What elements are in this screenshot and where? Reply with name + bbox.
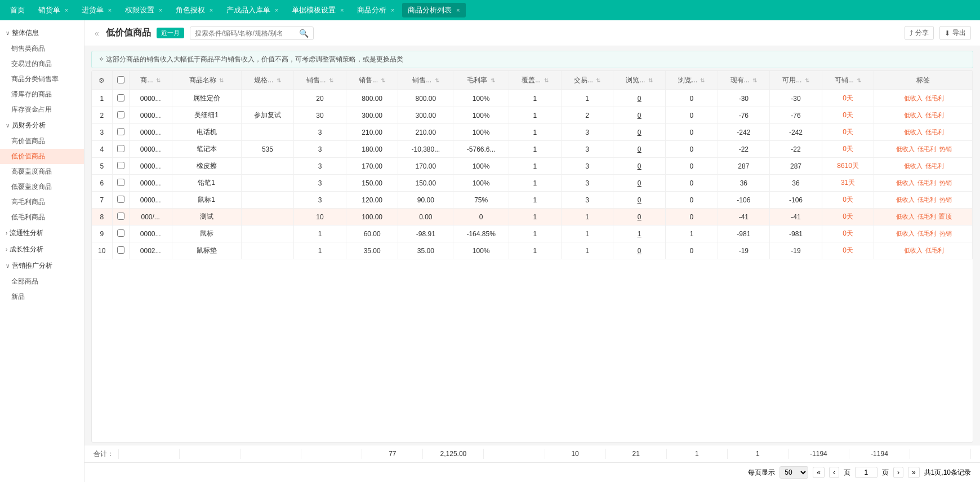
close-template-icon[interactable]: × bbox=[340, 7, 344, 14]
sidebar-item-new-products[interactable]: 新品 bbox=[0, 289, 84, 304]
row-checkbox[interactable] bbox=[117, 128, 124, 135]
nav-roles[interactable]: 角色授权 × bbox=[170, 3, 219, 17]
page-size-select[interactable]: 50 100 bbox=[779, 466, 808, 479]
col-spec[interactable]: 规格... ⇅ bbox=[241, 71, 294, 90]
sidebar-item-low-value[interactable]: 低价值商品 bbox=[0, 149, 84, 164]
row-checkbox[interactable] bbox=[117, 145, 124, 152]
browse-link[interactable]: 0 bbox=[638, 95, 642, 103]
col-sale1[interactable]: 销售... ⇅ bbox=[294, 71, 346, 90]
cell-browse1[interactable]: 0 bbox=[613, 192, 666, 209]
col-gross[interactable]: 毛利率 ⇅ bbox=[453, 71, 509, 90]
nav-purchase[interactable]: 进货单 × bbox=[76, 3, 117, 17]
nav-products-inbound[interactable]: 产成品入库单 × bbox=[221, 3, 284, 17]
sidebar-item-traded[interactable]: 交易过的商品 bbox=[0, 56, 84, 72]
cell-trade: 1 bbox=[561, 225, 613, 242]
cell-browse1[interactable]: 0 bbox=[613, 124, 666, 141]
col-available[interactable]: 可用... ⇅ bbox=[770, 71, 822, 90]
export-button[interactable]: ⬇ 导出 bbox=[939, 26, 971, 40]
next-page-button[interactable]: › bbox=[893, 467, 903, 478]
sidebar-collapse-button[interactable]: « bbox=[93, 28, 100, 39]
sidebar-item-high-margin[interactable]: 高毛利商品 bbox=[0, 194, 84, 210]
prev-page-button[interactable]: ‹ bbox=[829, 467, 839, 478]
col-code[interactable]: 商... ⇅ bbox=[129, 71, 172, 90]
close-permissions-icon[interactable]: × bbox=[159, 7, 162, 14]
col-trade[interactable]: 交易... ⇅ bbox=[561, 71, 613, 90]
row-checkbox[interactable] bbox=[117, 229, 124, 237]
col-saleable[interactable]: 可销... ⇅ bbox=[822, 71, 874, 90]
nav-analysis[interactable]: 商品分析 × bbox=[351, 3, 400, 17]
cell-browse1[interactable]: 0 bbox=[613, 90, 666, 107]
row-checkbox[interactable] bbox=[117, 196, 124, 203]
section-overall[interactable]: ∨ 整体信息 bbox=[0, 25, 84, 41]
cell-browse1[interactable]: 1 bbox=[613, 225, 666, 242]
col-browse1[interactable]: 浏览... ⇅ bbox=[613, 71, 666, 90]
browse-link[interactable]: 0 bbox=[638, 247, 642, 255]
row-checkbox[interactable] bbox=[117, 246, 124, 254]
col-checkbox bbox=[112, 71, 129, 90]
sidebar-item-high-value[interactable]: 高价值商品 bbox=[0, 134, 84, 149]
select-all-checkbox[interactable] bbox=[117, 76, 124, 83]
col-cover[interactable]: 覆盖... ⇅ bbox=[509, 71, 562, 90]
browse-link[interactable]: 0 bbox=[638, 179, 642, 187]
row-checkbox[interactable] bbox=[117, 213, 124, 220]
sidebar-item-low-coverage[interactable]: 低覆盖度商品 bbox=[0, 179, 84, 194]
browse-link[interactable]: 0 bbox=[638, 112, 642, 120]
close-products-icon[interactable]: × bbox=[275, 7, 278, 14]
row-checkbox[interactable] bbox=[117, 162, 124, 169]
cell-browse1[interactable]: 0 bbox=[613, 158, 666, 175]
col-name[interactable]: 商品名称 ⇅ bbox=[172, 71, 241, 90]
nav-template[interactable]: 单据模板设置 × bbox=[286, 3, 349, 17]
search-input[interactable] bbox=[195, 29, 296, 37]
sidebar-item-inventory-capital[interactable]: 库存资金占用 bbox=[0, 102, 84, 117]
cell-checkbox bbox=[112, 124, 129, 141]
col-settings[interactable]: ⚙ bbox=[92, 71, 112, 90]
col-sale3[interactable]: 销售... ⇅ bbox=[398, 71, 453, 90]
col-sale2[interactable]: 销售... ⇅ bbox=[346, 71, 398, 90]
cell-browse1[interactable]: 0 bbox=[613, 107, 666, 124]
sidebar-item-sales-products[interactable]: 销售类商品 bbox=[0, 41, 84, 56]
section-circulation[interactable]: › 流通性分析 bbox=[0, 225, 84, 241]
cell-browse1[interactable]: 0 bbox=[613, 141, 666, 158]
close-roles-icon[interactable]: × bbox=[210, 7, 213, 14]
browse-link[interactable]: 0 bbox=[638, 145, 642, 153]
sidebar-item-high-coverage[interactable]: 高覆盖度商品 bbox=[0, 164, 84, 179]
cell-browse1[interactable]: 0 bbox=[613, 209, 666, 225]
tag: 低收入 bbox=[896, 230, 915, 237]
row-checkbox[interactable] bbox=[117, 179, 124, 186]
col-current[interactable]: 现有... ⇅ bbox=[718, 71, 770, 90]
page-input[interactable] bbox=[855, 467, 877, 478]
sidebar-item-low-margin[interactable]: 低毛利商品 bbox=[0, 210, 84, 225]
sidebar-item-slow-inventory[interactable]: 滞库存的商品 bbox=[0, 87, 84, 102]
nav-sales[interactable]: 销货单 × bbox=[33, 3, 74, 17]
row-checkbox[interactable] bbox=[117, 94, 124, 101]
row-checkbox[interactable] bbox=[117, 111, 124, 118]
share-button[interactable]: ⤴ 分享 bbox=[905, 26, 934, 40]
section-financial[interactable]: ∨ 员财务分析 bbox=[0, 117, 84, 134]
nav-permissions[interactable]: 权限设置 × bbox=[119, 3, 168, 17]
search-icon[interactable]: 🔍 bbox=[299, 29, 309, 38]
cell-browse2: 0 bbox=[665, 175, 718, 192]
cell-checkbox bbox=[112, 225, 129, 242]
time-range-button[interactable]: 近一月 bbox=[157, 28, 184, 38]
close-analysis-icon[interactable]: × bbox=[391, 7, 394, 14]
close-analysis-list-icon[interactable]: × bbox=[456, 7, 460, 14]
first-page-button[interactable]: « bbox=[813, 467, 825, 478]
close-sales-icon[interactable]: × bbox=[65, 7, 68, 14]
cell-browse1[interactable]: 0 bbox=[613, 242, 666, 259]
browse-link[interactable]: 0 bbox=[638, 196, 642, 204]
cell-sale3: 300.00 bbox=[398, 107, 453, 124]
sidebar-item-category-rate[interactable]: 商品分类销售率 bbox=[0, 72, 84, 87]
nav-home[interactable]: 首页 bbox=[5, 3, 30, 17]
cell-browse1[interactable]: 0 bbox=[613, 175, 666, 192]
section-growth[interactable]: › 成长性分析 bbox=[0, 241, 84, 258]
close-purchase-icon[interactable]: × bbox=[108, 7, 112, 14]
section-marketing[interactable]: ∨ 营销推广分析 bbox=[0, 258, 84, 274]
col-browse2[interactable]: 浏览... ⇅ bbox=[665, 71, 718, 90]
browse-link[interactable]: 0 bbox=[638, 129, 642, 136]
nav-analysis-list[interactable]: 商品分析列表 × bbox=[402, 3, 465, 17]
browse-link[interactable]: 0 bbox=[638, 213, 642, 221]
browse-link[interactable]: 1 bbox=[638, 230, 642, 238]
browse-link[interactable]: 0 bbox=[638, 162, 642, 170]
sidebar-item-all-products[interactable]: 全部商品 bbox=[0, 274, 84, 289]
last-page-button[interactable]: » bbox=[908, 467, 920, 478]
